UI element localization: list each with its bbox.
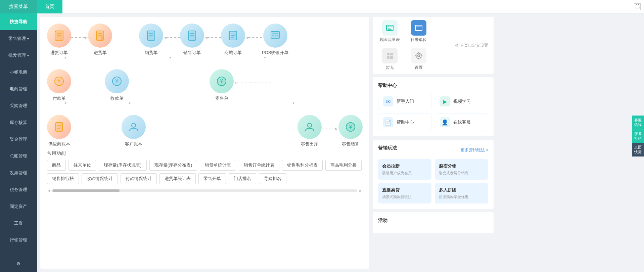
help-item-online-service[interactable]: 👤 在线客服	[435, 114, 488, 131]
sidebar-item-inventory[interactable]: 库存核算	[0, 114, 37, 131]
doc-icon: 📄	[383, 117, 393, 127]
svg-text:¥: ¥	[57, 78, 61, 84]
node-payment[interactable]: ¥ 付款单	[47, 69, 71, 101]
node-mall-order[interactable]: 商城订单	[221, 24, 245, 56]
svg-rect-30	[277, 35, 278, 36]
sidebar-item-ecommerce-small[interactable]: 小畅电商	[0, 64, 37, 81]
sidebar-item-wholesale[interactable]: 批发管理 ▾	[0, 47, 37, 64]
func-btn-5[interactable]: 销售订单统计表	[239, 160, 279, 171]
svg-rect-46	[55, 123, 56, 131]
common-functions-title: 常用功能	[47, 150, 363, 156]
func-btn-14[interactable]: 导购排名	[259, 173, 286, 184]
scroll-right-arrow[interactable]: ►	[359, 188, 363, 193]
sidebar-item-tax[interactable]: 税务管理	[0, 181, 37, 198]
sidebar-item-purchase[interactable]: 采购管理	[0, 97, 37, 114]
func-btn-10[interactable]: 付款情况统计	[121, 173, 157, 184]
expand-icon[interactable]: ⛶	[634, 3, 641, 10]
marketing-item-member[interactable]: 会员拉新 吸引用户成为会员	[378, 159, 431, 180]
svg-rect-28	[272, 35, 274, 36]
float-btn-community[interactable]: 服务社区	[632, 129, 644, 143]
sidebar-item-ledger[interactable]: 总账管理	[0, 148, 37, 165]
activity-title: 活动	[378, 218, 488, 224]
help-item-beginner[interactable]: ✉ 新手入门	[378, 93, 431, 110]
sidebar-item-fixed-assets[interactable]: 固定资产	[0, 198, 37, 215]
float-btn-service[interactable]: 客服热线	[632, 116, 644, 129]
scroll-left-arrow[interactable]: ◄	[47, 188, 51, 193]
func-btn-13[interactable]: 门店排名	[229, 173, 256, 184]
quick-nav-item-contacts[interactable]: 往来单位	[407, 20, 430, 43]
svg-rect-61	[390, 53, 393, 55]
node-retail-settlement[interactable]: ¥ 零售结算	[338, 115, 363, 147]
node-retail-outbound[interactable]: 零售出库	[297, 115, 322, 147]
node-pos[interactable]: POS收银开单	[262, 24, 288, 56]
func-btn-1[interactable]: 往来单位	[68, 160, 96, 171]
svg-rect-62	[387, 56, 389, 59]
play-icon: ▶	[440, 96, 450, 106]
person-icon: 👤	[440, 117, 450, 127]
sidebar: 快捷导航 零售管理 ▾ 批发管理 ▾ 小畅电商 电商管理 采购管理 库存核算 资…	[0, 13, 37, 272]
node-receipt[interactable]: ¥ 收款单	[105, 69, 129, 101]
func-btn-9[interactable]: 收款情况统计	[82, 173, 118, 184]
func-btn-2[interactable]: 现存量(库存状况表)	[99, 160, 147, 171]
svg-text:¥: ¥	[220, 78, 223, 84]
quick-nav-item-cashflow[interactable]: 现金流量表	[378, 20, 402, 43]
svg-point-48	[308, 123, 312, 127]
help-grid: ✉ 新手入门 ▶ 视频学习 📄 帮助中心 👤	[378, 93, 488, 131]
marketing-section: 营销玩法 更多营销玩法 > 会员拉新 吸引用户成为会员 裂变分销 裂变式发展分销…	[373, 140, 494, 209]
quick-nav-settings-link[interactable]: ⚙ 首页自定义设置	[455, 43, 488, 48]
workflow-panel: 进货订单 ► 进货单	[40, 17, 369, 269]
func-btn-0[interactable]: 商品	[47, 160, 66, 171]
node-supplier-ledger[interactable]: 供应商账本	[47, 115, 71, 147]
scroll-track[interactable]	[52, 189, 357, 192]
node-customer-ledger[interactable]: 客户账本	[122, 115, 146, 147]
node-retail-bill[interactable]: ¥ 零售单	[210, 69, 234, 101]
sidebar-item-ecommerce-mgmt[interactable]: 电商管理	[0, 81, 37, 97]
svg-rect-57	[415, 25, 422, 31]
node-purchase-order[interactable]: 进货订单	[47, 24, 71, 56]
func-btn-4[interactable]: 销货单统计表	[200, 160, 236, 171]
svg-rect-0	[55, 31, 63, 40]
quick-nav-item-settings[interactable]: 设置	[407, 48, 430, 71]
marketing-item-group[interactable]: 多人拼团 拼团购物享受优惠	[435, 183, 488, 203]
activity-section: 活动	[373, 212, 494, 233]
svg-text:¥: ¥	[349, 124, 352, 130]
func-btn-7[interactable]: 商品毛利分析	[325, 160, 362, 171]
node-purchase-bill[interactable]: 进货单	[88, 24, 112, 56]
more-marketing-link[interactable]: 更多营销玩法 >	[461, 147, 488, 153]
svg-rect-15	[188, 31, 196, 40]
sidebar-item-finance[interactable]: 资金管理	[0, 131, 37, 148]
svg-rect-29	[275, 35, 276, 36]
help-item-video[interactable]: ▶ 视频学习	[435, 93, 488, 110]
quick-nav-item-none[interactable]: 暂无	[378, 48, 402, 71]
func-btn-6[interactable]: 销售毛利分析表	[282, 160, 323, 171]
func-btn-12[interactable]: 零售开单	[198, 173, 226, 184]
sidebar-item-nav[interactable]: 快捷导航	[0, 13, 37, 30]
function-buttons-grid: 商品 往来单位 现存量(库存状况表) 现存量(库存分布表) 销货单统计表 销售订…	[47, 160, 363, 184]
settings-icon-sidebar[interactable]: ⚙	[0, 255, 37, 272]
search-menu[interactable]: 搜索菜单	[0, 0, 37, 13]
float-btn-desktop[interactable]: 桌面快捷	[632, 143, 644, 156]
func-btn-3[interactable]: 现存量(库存分布表)	[149, 160, 197, 171]
tab-home[interactable]: 首页	[37, 0, 62, 13]
help-item-help-center[interactable]: 📄 帮助中心	[378, 114, 431, 131]
node-sales-order[interactable]: 销售订单	[180, 24, 204, 56]
scroll-thumb[interactable]	[52, 189, 120, 192]
marketing-item-live[interactable]: 直播卖货 场景式购物新玩法	[378, 183, 431, 203]
svg-point-47	[132, 123, 136, 127]
sidebar-item-retail[interactable]: 零售管理 ▾	[0, 30, 37, 47]
svg-point-64	[418, 55, 420, 57]
sidebar-item-marketing-mgmt[interactable]: 行销管理	[0, 232, 37, 248]
sidebar-item-salary[interactable]: 工资	[0, 215, 37, 232]
sidebar-item-invoice[interactable]: 发票管理	[0, 165, 37, 181]
node-sales-bill[interactable]: 销货单	[139, 24, 163, 56]
svg-text:¥: ¥	[115, 78, 119, 84]
common-functions: 常用功能 商品 往来单位 现存量(库存状况表) 现存量(库存分布表) 销货单统计…	[47, 150, 363, 184]
floating-buttons: 客服热线 服务社区 桌面快捷	[632, 116, 644, 156]
none-icon	[382, 48, 398, 63]
func-btn-8[interactable]: 销售排行榜	[47, 173, 79, 184]
marketing-item-fission[interactable]: 裂变分销 裂变式发展分销商	[435, 159, 488, 180]
chevron-down-icon: ▾	[27, 37, 29, 41]
svg-rect-63	[390, 56, 393, 59]
marketing-title: 营销玩法	[378, 145, 397, 151]
func-btn-11[interactable]: 进货单统计表	[159, 173, 196, 184]
